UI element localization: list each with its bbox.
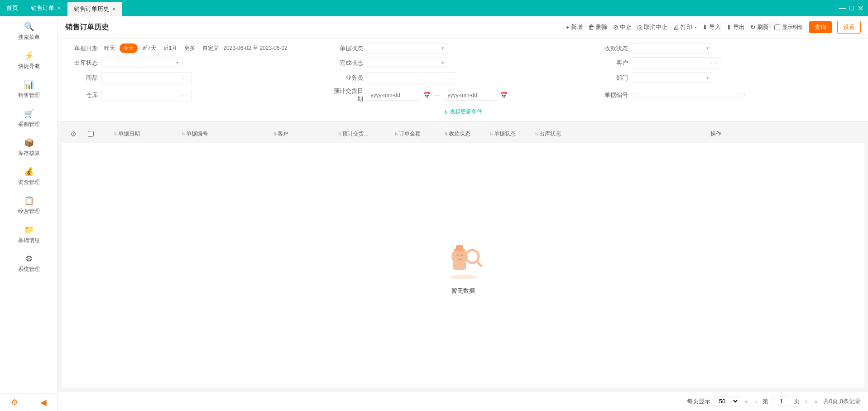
dept-filter-section: 部门 ▾ [595,73,861,83]
date-custom-btn[interactable]: 自定义 [200,44,221,53]
settings-button[interactable]: 设置 [837,21,861,34]
stock-out-select[interactable]: ▾ [101,58,183,68]
window-close-btn[interactable]: ✕ [858,4,863,13]
sidebar-system-label: 系统管理 [18,266,40,273]
prev-page-btn[interactable]: ‹ [753,397,759,406]
sort-doc-status-btn[interactable]: 单据状态 [489,130,516,138]
date-last7-btn[interactable]: 近7天 [139,44,159,53]
refresh-button[interactable]: ↻ 刷新 [750,23,769,31]
window-restore-btn[interactable]: □ [849,4,854,12]
new-button[interactable]: + 新增 [566,23,583,31]
page-size-select[interactable]: 50 10 20 100 [714,396,739,406]
delete-button[interactable]: 🗑 删除 [588,23,608,31]
empty-state-icon [441,236,486,281]
sidebar-item-basic[interactable]: 📁 基础信息 [0,219,58,248]
delivery-date-group: 📅 — 📅 [367,90,508,101]
sort-date-btn[interactable]: 单据日期 [114,130,140,138]
payment-status-select[interactable]: ▾ [632,43,713,53]
date-last1month-btn[interactable]: 近1月 [161,44,180,53]
goods-control: ··· [101,72,331,83]
select-all-checkbox-cell[interactable] [82,131,100,137]
date-range-display: 2023-06-02 至 2023-06-02 [223,44,287,52]
page-title: 销售订单历史 [65,23,109,32]
date-filter-section: 单据日期 昨天 今天 近7天 近1月 更多 自定义 2023-06-02 至 2… [65,44,331,53]
select-all-checkbox[interactable] [88,131,94,137]
tab-home[interactable]: 首页 [0,0,24,16]
delivery-date-start-calendar-icon[interactable]: 📅 [423,92,431,99]
sort-delivery-btn[interactable]: 预计交货... [338,130,369,138]
doc-no-label: 单据编号 [595,91,632,99]
last-page-btn[interactable]: » [813,397,820,406]
show-detail-input[interactable] [774,24,780,30]
sidebar-item-search[interactable]: 🔍 搜索菜单 [0,16,58,45]
quick-nav-icon: ⚡ [24,51,34,61]
customer-input[interactable]: ··· [632,57,722,68]
column-settings-icon[interactable]: ⚙ [65,126,82,142]
sidebar-settings-icon[interactable]: ⚙ [11,397,18,407]
export-button[interactable]: ⬆ 导出 [726,23,745,31]
date-yesterday-btn[interactable]: 昨天 [101,44,118,53]
delivery-date-start-input[interactable] [367,90,421,101]
print-icon: 🖨 [673,24,679,31]
close-history-tab-icon[interactable]: ✕ [112,6,116,12]
purchase-icon: 🛒 [24,109,34,119]
sidebar-item-purchase[interactable]: 🛒 采购管理 [0,103,58,132]
doc-status-select[interactable]: ▾ [367,43,448,53]
refresh-label: 刷新 [757,23,769,31]
dept-control: ▾ [632,73,861,83]
print-button[interactable]: 🖨 打印 ▾ [673,23,697,31]
close-sales-order-tab-icon[interactable]: ✕ [57,5,61,11]
th-date: 单据日期 [100,130,154,138]
doc-status-label: 单据状态 [331,44,367,53]
goods-input[interactable]: ··· [101,72,192,83]
collapse-label: 收起更多条件 [450,108,482,116]
goods-label: 商品 [65,74,101,82]
svg-rect-2 [453,261,466,270]
filter-row-1: 单据日期 昨天 今天 近7天 近1月 更多 自定义 2023-06-02 至 2… [65,43,861,53]
date-today-btn[interactable]: 今天 [120,44,138,53]
empty-text: 暂无数据 [451,287,475,295]
customer-control: ··· [632,57,861,68]
show-detail-checkbox[interactable]: 显示明细 [774,24,804,31]
salesperson-input[interactable]: ··· [367,72,457,83]
sidebar-item-quick-nav[interactable]: ⚡ 快捷导航 [0,45,58,74]
complete-status-select[interactable]: ▾ [367,58,448,68]
sidebar-item-sales[interactable]: 📊 销售管理 [0,74,58,103]
sort-customer-btn[interactable]: 客户 [273,130,288,138]
sort-docno-btn[interactable]: 单据编号 [182,130,208,138]
stop-button[interactable]: ⊘ 中止 [613,23,632,31]
next-page-btn[interactable]: › [803,397,809,406]
sidebar-item-system[interactable]: ⚙ 系统管理 [0,248,58,277]
sidebar-item-finance[interactable]: 💰 资金管理 [0,161,58,190]
page-input[interactable] [772,396,790,406]
doc-no-input[interactable] [632,93,745,97]
delivery-date-end-calendar-icon[interactable]: 📅 [500,92,508,99]
cancel-stop-button[interactable]: ◎ 取消中止 [637,23,667,31]
sidebar-item-stock[interactable]: 📦 库存核算 [0,132,58,161]
th-delivery: 预计交货... [326,130,380,138]
export-label: 导出 [733,23,745,31]
tab-sales-order-history[interactable]: 销售订单历史 ✕ [67,2,122,16]
dept-select[interactable]: ▾ [632,73,713,83]
sort-pay-status-btn[interactable]: 收款状态 [444,130,470,138]
new-label: 新增 [571,23,583,31]
window-minimize-btn[interactable]: — [839,4,846,12]
import-button[interactable]: ⬇ 导入 [702,23,721,31]
tab-home-label: 首页 [6,4,18,12]
top-bar-controls: — □ ✕ [839,4,868,13]
warehouse-input[interactable]: ··· [101,90,192,101]
query-button[interactable]: 查询 [809,21,832,33]
delivery-date-end-input[interactable] [444,90,498,101]
table-header: ⚙ 单据日期 单据编号 客户 预计交货... 订单金额 [62,125,864,143]
sidebar-item-operation[interactable]: 📋 经营管理 [0,190,58,219]
first-page-btn[interactable]: « [743,397,750,406]
sort-stock-status-btn[interactable]: 出库状态 [535,130,561,138]
tab-sales-order[interactable]: 销售订单 ✕ [24,0,67,16]
sidebar-collapse-icon[interactable]: ◀ [40,397,47,407]
cancel-stop-icon: ◎ [637,24,643,31]
date-options-group: 昨天 今天 近7天 近1月 更多 自定义 [101,44,221,53]
collapse-row[interactable]: ∧ 收起更多条件 [65,107,861,116]
date-more-btn[interactable]: 更多 [182,44,198,53]
sort-amount-btn[interactable]: 订单金额 [394,130,421,138]
delete-icon: 🗑 [588,24,595,31]
